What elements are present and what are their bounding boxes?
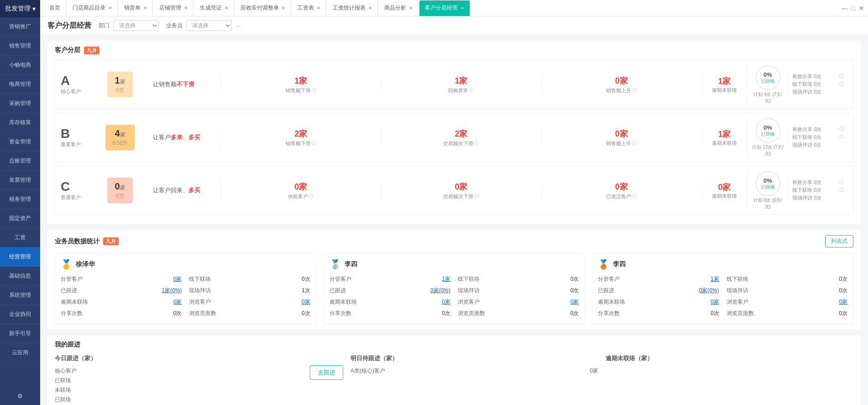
sales-title: 业务员数据统计 九月 <box>55 237 119 246</box>
tab-close-icon[interactable]: ✕ <box>317 5 320 11</box>
more-filters-icon[interactable]: ··· <box>235 22 241 29</box>
dept-select[interactable]: 请选择 <box>113 20 159 31</box>
tab-close-icon[interactable]: ✕ <box>368 5 372 11</box>
tomorrow-followup-col: 明日待跟进（家） A类(核心)客户 0家 <box>350 354 598 405</box>
tab-客户分层经营[interactable]: 客户分层经营✕ <box>419 0 470 16</box>
tier-contact-A[interactable]: 1家 逾期未联络 <box>701 76 747 94</box>
sidebar-item-税务管理[interactable]: 税务管理 <box>0 190 40 209</box>
stat-rise-A[interactable]: 0家 销售额上升 ⓘ <box>541 75 701 94</box>
tomorrow-title: 明日待跟进（家） <box>350 354 598 363</box>
tabs-bar: 首页门店商品目录✕销货单✕店铺管理✕生成凭证✕应收应付调整单✕工资表✕工资统计报… <box>40 0 868 16</box>
tab-close-icon[interactable]: ✕ <box>184 5 188 11</box>
settings-icon[interactable]: ⚙ <box>0 387 40 405</box>
tab-close-icon[interactable]: ✕ <box>225 5 228 11</box>
stat-repurchase-A[interactable]: 1家 回购异常 ⓘ <box>381 75 541 94</box>
list-view-button[interactable]: 列表式 <box>825 235 853 247</box>
minimize-icon[interactable]: — <box>842 5 848 12</box>
sidebar-top[interactable]: 批发管理 ▾ <box>0 0 40 17</box>
sales-card-header: 🥉 李四 <box>598 259 847 270</box>
sales-stat-row: 浏览客户 0家 <box>727 297 847 307</box>
sales-stat-row: 现场拜访 0次 <box>727 286 847 295</box>
maximize-icon[interactable]: □ <box>852 5 855 12</box>
sales-stat-row: 浏览页面数 0次 <box>189 309 310 318</box>
sidebar-item-小畅电商[interactable]: 小畅电商 <box>0 56 40 75</box>
tab-close-icon[interactable]: ✕ <box>108 5 112 11</box>
dept-label: 部门 <box>99 22 110 30</box>
goto-followup-col: 去跟进 <box>310 354 343 405</box>
tab-工资表[interactable]: 工资表✕ <box>292 0 326 16</box>
sales-name: 李四 <box>613 260 626 268</box>
sales-stat-row: 浏览页面数 0次 <box>458 309 579 318</box>
stat-decline-C[interactable]: 0家 休眠客户 ⓘ <box>220 181 381 200</box>
sidebar-item-固定资产[interactable]: 固定资产 <box>0 209 40 228</box>
sales-card-header: 🥇 徐泽华 <box>61 259 310 270</box>
sidebar: 批发管理 ▾ 营销推广销售管理小畅电商电商管理采购管理库存核算资金管理总账管理发… <box>0 0 40 405</box>
goto-followup-button[interactable]: 去跟进 <box>310 365 343 380</box>
sales-stats-grid: 分管客户 1家 线下联络 0次 已跟进 0家(0%) 现场拜访 0次 逾期未联络… <box>329 274 579 318</box>
sales-stat-row: 分享次数 0次 <box>329 309 450 318</box>
sales-stat-row: 浏览客户 0家 <box>458 297 579 307</box>
stat-rise-B[interactable]: 0家 销售额上升 ⓘ <box>541 128 701 147</box>
stat-repurchase-C[interactable]: 0家 交易频次下滑 ⓘ <box>381 181 541 200</box>
sidebar-item-发票管理[interactable]: 发票管理 <box>0 171 40 190</box>
sidebar-item-经营管理[interactable]: 经营管理 <box>0 247 40 267</box>
sales-header: 业务员数据统计 九月 列表式 <box>55 235 853 247</box>
stat-repurchase-B[interactable]: 2家 交易频次下滑 ⓘ <box>381 128 541 147</box>
tier-row-A: A 核心客户 1家 0万 让销售额不下滑 1家 销售额下滑 ⓘ 1家 回购异常 … <box>55 60 853 109</box>
sales-stat-row: 浏览页面数 0次 <box>727 309 847 318</box>
sidebar-item-采购管理[interactable]: 采购管理 <box>0 94 40 113</box>
sidebar-item-基础信息[interactable]: 基础信息 <box>0 267 40 286</box>
sidebar-item-营销推广[interactable]: 营销推广 <box>0 17 40 37</box>
sales-stat-row: 分管客户 0家 <box>61 274 182 284</box>
staff-select[interactable]: 请选择 <box>186 20 232 31</box>
sidebar-item-电商管理[interactable]: 电商管理 <box>0 75 40 94</box>
tab-生成凭证[interactable]: 生成凭证✕ <box>194 0 234 16</box>
tab-店铺管理[interactable]: 店铺管理✕ <box>154 0 193 16</box>
tier-count-A[interactable]: 1家 0万 <box>93 72 147 97</box>
tab-应收应付调整单[interactable]: 应收应付调整单✕ <box>235 0 291 16</box>
staff-label: 业务员 <box>166 22 183 30</box>
sidebar-item-总账管理[interactable]: 总账管理 <box>0 152 40 171</box>
sales-card-0: 🥇 徐泽华 分管客户 0家 线下联络 0次 已跟进 1家(0%) 现场拜访 1次… <box>55 253 316 324</box>
today-followup-col: 今日跟进（家） 核心客户 已联络 未联络 已联络 <box>55 354 303 405</box>
medal-icon: 🥉 <box>598 259 609 270</box>
main-area: 首页门店商品目录✕销货单✕店铺管理✕生成凭证✕应收应付调整单✕工资表✕工资统计报… <box>40 0 868 405</box>
tier-stats-C: 0家 休眠客户 ⓘ 0家 交易频次下滑 ⓘ 0家 已激活客户 ⓘ <box>220 181 701 200</box>
stat-decline-B[interactable]: 2家 销售额下滑 ⓘ <box>220 128 381 147</box>
sidebar-item-工资[interactable]: 工资 <box>0 228 40 247</box>
tab-销货单[interactable]: 销货单✕ <box>119 0 153 16</box>
tab-close-icon[interactable]: ✕ <box>409 5 413 11</box>
tier-count-C[interactable]: 0家 0万 <box>93 178 147 203</box>
content-header: 客户分层经营 部门 请选择 业务员 请选择 ··· <box>40 16 868 35</box>
sidebar-item-系统管理[interactable]: 系统管理 <box>0 286 40 305</box>
sales-name: 徐泽华 <box>76 260 95 268</box>
tab-close-icon[interactable]: ✕ <box>143 5 147 11</box>
chevron-down-icon: ▾ <box>32 5 36 12</box>
sidebar-item-企业协同[interactable]: 企业协同 <box>0 305 40 324</box>
sales-stat-row: 已跟进 0家(0%) <box>598 286 719 295</box>
tab-close-icon[interactable]: ✕ <box>460 5 464 11</box>
stat-rise-C[interactable]: 0家 已激活客户 ⓘ <box>541 181 701 200</box>
sales-card-2: 🥉 李四 分管客户 1家 线下联络 0次 已跟进 0家(0%) 现场拜访 0次 … <box>592 253 853 324</box>
tier-label-B: B 重要客户 <box>61 127 93 148</box>
tier-contact-B[interactable]: 1家 逾期未联络 <box>701 129 747 147</box>
tab-商品分析[interactable]: 商品分析✕ <box>379 0 418 16</box>
tab-close-icon[interactable]: ✕ <box>282 5 285 11</box>
tab-门店商品目录[interactable]: 门店商品目录✕ <box>67 0 118 16</box>
sidebar-item-云应用[interactable]: 云应用 <box>0 343 40 363</box>
tier-circle-A: 0% 已联络 计划 4次 (7天/次) <box>747 65 788 104</box>
tier-contact-C[interactable]: 0家 逾期未联络 <box>701 182 747 200</box>
tier-label-A: A 核心客户 <box>61 74 93 95</box>
tab-工资统计报表[interactable]: 工资统计报表✕ <box>327 0 378 16</box>
sidebar-item-资金管理[interactable]: 资金管理 <box>0 132 40 152</box>
followup-row: A类(核心)客户 0家 <box>350 366 598 376</box>
sales-stat-row: 已跟进 1家(0%) <box>61 286 182 295</box>
close-icon[interactable]: ✕ <box>859 5 864 12</box>
tier-count-B[interactable]: 4家 0.53万 <box>93 125 147 150</box>
sales-stat-row: 线下联络 0次 <box>189 274 310 284</box>
sidebar-item-销售管理[interactable]: 销售管理 <box>0 37 40 56</box>
tab-首页[interactable]: 首页 <box>44 0 66 16</box>
sidebar-item-新手引导[interactable]: 新手引导 <box>0 324 40 343</box>
sidebar-item-库存核算[interactable]: 库存核算 <box>0 113 40 132</box>
stat-decline-A[interactable]: 1家 销售额下滑 ⓘ <box>220 75 381 94</box>
